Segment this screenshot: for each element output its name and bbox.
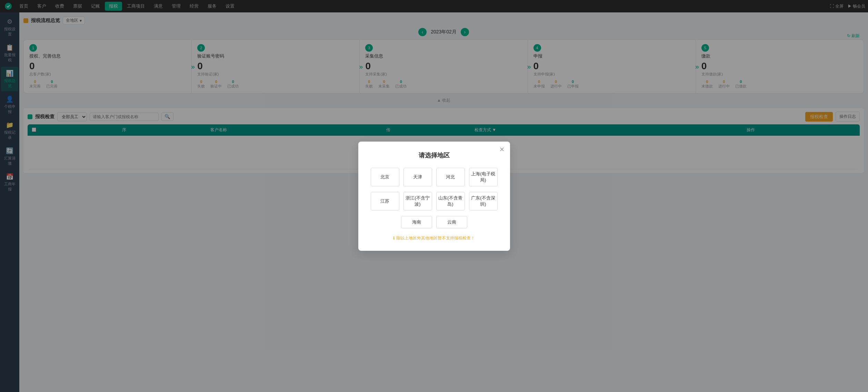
region-select-modal: ✕ 请选择地区 北京 天津 河北 上海(电子税局) 江苏 浙江(不含宁波) 山东… (358, 142, 510, 251)
modal-close-button[interactable]: ✕ (499, 146, 505, 153)
region-row-2: 江苏 浙江(不含宁波) 山东(不含青岛) 广东(不含深圳) (371, 192, 498, 210)
region-btn-shandong[interactable]: 山东(不含青岛) (436, 192, 465, 210)
region-btn-yunnan[interactable]: 云南 (436, 216, 467, 228)
region-btn-beijing[interactable]: 北京 (371, 168, 399, 186)
region-btn-jiangsu[interactable]: 江苏 (371, 192, 399, 210)
modal-title: 请选择地区 (371, 151, 498, 159)
modal-warning: ℹ 除以上地区外其他地区暂不支持报税检查！ (371, 235, 498, 241)
region-btn-zhejiang[interactable]: 浙江(不含宁波) (403, 192, 432, 210)
region-btn-hebei[interactable]: 河北 (436, 168, 465, 186)
region-row-1: 北京 天津 河北 上海(电子税局) (371, 168, 498, 186)
modal-overlay[interactable]: ✕ 请选择地区 北京 天津 河北 上海(电子税局) 江苏 浙江(不含宁波) 山东… (0, 0, 868, 392)
region-btn-guangdong[interactable]: 广东(不含深圳) (469, 192, 498, 210)
region-btn-shanghai[interactable]: 上海(电子税局) (469, 168, 498, 186)
region-row-3: 海南 云南 (371, 216, 498, 228)
warning-icon: ℹ (393, 236, 395, 240)
region-btn-hainan[interactable]: 海南 (401, 216, 432, 228)
region-btn-tianjin[interactable]: 天津 (403, 168, 432, 186)
warning-message: 除以上地区外其他地区暂不支持报税检查！ (396, 235, 475, 241)
